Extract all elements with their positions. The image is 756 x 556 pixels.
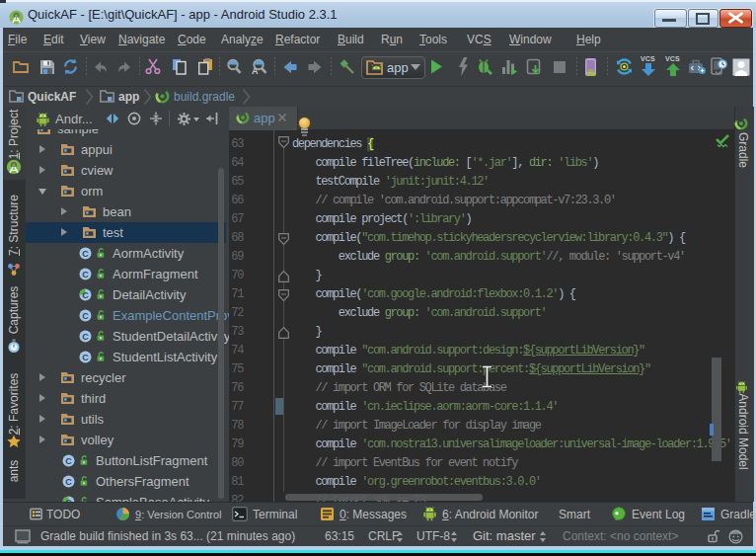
svg-text:C: C bbox=[82, 290, 89, 300]
svg-text:C: C bbox=[82, 249, 89, 259]
svg-text:C: C bbox=[82, 270, 89, 279]
svg-text:C: C bbox=[65, 477, 72, 487]
svg-text:C: C bbox=[82, 353, 89, 362]
svg-text:C: C bbox=[82, 311, 89, 321]
svg-text:C: C bbox=[65, 456, 72, 466]
svg-text:C: C bbox=[82, 332, 89, 342]
svg-text:A: A bbox=[252, 66, 259, 76]
